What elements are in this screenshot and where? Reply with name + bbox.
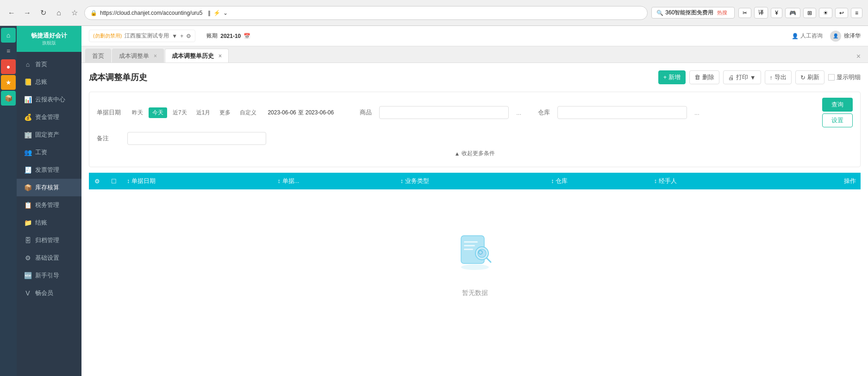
menu-tool[interactable]: ≡: [851, 8, 862, 18]
sidebar-label-invoice: 发票管理: [35, 166, 59, 174]
col-operator-label: ↕ 经手人: [654, 177, 677, 185]
col-operator[interactable]: ↕ 经手人: [649, 173, 776, 189]
sidebar-item-archive[interactable]: 🗄 归档管理: [17, 232, 81, 249]
remark-input[interactable]: [127, 132, 266, 145]
date-tab-1month[interactable]: 近1月: [193, 107, 214, 118]
display-checkbox[interactable]: [828, 74, 835, 81]
address-bar[interactable]: 🔒 https://cloud.chanjet.com/accounting/u…: [84, 6, 648, 20]
svg-rect-4: [464, 249, 473, 250]
search-bar[interactable]: 🔍 360智能抠图免费用 热搜: [651, 7, 735, 19]
tab-cost-adjust[interactable]: 成本调整单 ×: [112, 49, 164, 63]
print-button[interactable]: 🖨 打印 ▼: [723, 70, 761, 84]
iconbar-item-1[interactable]: ≡: [1, 44, 16, 58]
top-bar: (勿删勿禁用) 江西服宝测试专用 ▼ + ⚙ 账期 2021-10 📅 👤 人工…: [81, 26, 868, 46]
user-info[interactable]: 👤 徐泽华: [830, 31, 861, 42]
refresh-button[interactable]: ↻: [37, 7, 49, 19]
sidebar-item-tax[interactable]: 📋 税务管理: [17, 196, 81, 214]
date-separator: 至: [298, 109, 304, 117]
top-bar-right: 👤 人工咨询 👤 徐泽华: [792, 31, 861, 42]
currency-tool[interactable]: ¥: [771, 8, 782, 18]
iconbar-item-0[interactable]: ⌂: [1, 28, 16, 43]
tab-close-all-button[interactable]: ×: [853, 50, 864, 63]
sidebar-item-guide[interactable]: 🆕 新手引导: [17, 267, 81, 284]
refresh-icon: ↻: [800, 74, 806, 81]
translate-tool[interactable]: 译: [754, 7, 768, 19]
query-button[interactable]: 查询: [822, 98, 853, 112]
sidebar-item-cloud-report[interactable]: 📊 云报表中心: [17, 91, 81, 108]
date-tab-yesterday[interactable]: 昨天: [128, 107, 147, 118]
sidebar-label-settings: 基础设置: [35, 254, 59, 262]
goods-more-btn[interactable]: ...: [516, 109, 521, 116]
company-selector[interactable]: (勿删勿禁用) 江西服宝测试专用 ▼ + ⚙: [89, 30, 195, 42]
sidebar-item-close-accounts[interactable]: 📁 结账: [17, 214, 81, 232]
col-date[interactable]: ↕ 单据日期: [122, 173, 273, 189]
content-area: 成本调整单历史 + 新增 🗑 删除 🖨 打印 ▼ ↑ 导出 ↻: [81, 63, 868, 376]
table-settings-col[interactable]: ⚙: [89, 173, 106, 189]
setting-button[interactable]: 设置: [822, 113, 853, 127]
iconbar-item-3[interactable]: ★: [1, 75, 16, 90]
svg-rect-3: [464, 245, 475, 246]
avatar-icon: 👤: [833, 33, 838, 38]
sidebar-item-fixed-asset[interactable]: 🏢 固定资产: [17, 126, 81, 144]
user-name: 徐泽华: [844, 32, 861, 40]
sidebar-item-fund[interactable]: 💰 资金管理: [17, 108, 81, 126]
date-tab-7days[interactable]: 近7天: [169, 107, 191, 118]
brightness-tool[interactable]: ☀: [819, 8, 832, 18]
bolt-icon: ⚡: [213, 10, 220, 16]
date-range: 2023-06-06 至 2023-06-06: [268, 109, 334, 117]
home-button[interactable]: ⌂: [53, 7, 65, 19]
goods-filter-label: 商品: [360, 108, 372, 117]
cut-tool[interactable]: ✂: [738, 8, 751, 18]
goods-input[interactable]: [379, 106, 509, 119]
forward-button[interactable]: →: [21, 7, 33, 19]
sidebar-item-home[interactable]: ⌂ 首页: [17, 56, 81, 73]
add-company-icon[interactable]: +: [180, 33, 183, 39]
col-biz-type[interactable]: ↕ 业务类型: [396, 173, 546, 189]
sidebar-label-home: 首页: [35, 60, 47, 69]
tab-cost-adjust-history-close[interactable]: ×: [219, 53, 222, 59]
col-number[interactable]: ↕ 单据...: [273, 173, 395, 189]
company-dropdown-icon: ▼: [172, 33, 177, 39]
close-accounts-icon: 📁: [24, 219, 31, 226]
company-settings-icon[interactable]: ⚙: [186, 33, 191, 39]
main-area: (勿删勿禁用) 江西服宝测试专用 ▼ + ⚙ 账期 2021-10 📅 👤 人工…: [81, 26, 868, 376]
sidebar-item-inventory[interactable]: 📦 库存核算: [17, 179, 81, 196]
tab-home[interactable]: 首页: [85, 49, 111, 63]
sidebar-item-vip[interactable]: V 畅会员: [17, 284, 81, 302]
remark-filter-label: 备注: [97, 134, 120, 143]
undo-tool[interactable]: ↩: [835, 8, 848, 18]
grid-tool[interactable]: ⊞: [803, 8, 816, 18]
sidebar-item-salary[interactable]: 👥 工资: [17, 144, 81, 161]
date-tab-more[interactable]: 更多: [216, 107, 234, 118]
date-tab-today[interactable]: 今天: [149, 107, 167, 118]
calendar-icon[interactable]: 📅: [244, 33, 250, 39]
sidebar-label-salary: 工资: [35, 148, 47, 157]
tab-cost-adjust-history[interactable]: 成本调整单历史 ×: [165, 49, 229, 63]
period-value: 2021-10: [220, 33, 241, 39]
hot-label: 热搜: [717, 9, 727, 16]
service-button[interactable]: 👤 人工咨询: [792, 32, 823, 40]
collapse-button[interactable]: ▲ 收起更多条件: [455, 150, 495, 157]
fixed-asset-icon: 🏢: [24, 131, 31, 138]
back-button[interactable]: ←: [6, 7, 18, 19]
iconbar-item-2[interactable]: ●: [1, 59, 16, 74]
export-button[interactable]: ↑ 导出: [765, 70, 792, 84]
warehouse-input[interactable]: [557, 106, 687, 119]
new-button[interactable]: + 新增: [658, 70, 686, 84]
sidebar-item-invoice[interactable]: 🧾 发票管理: [17, 161, 81, 179]
bookmark-button[interactable]: ☆: [69, 7, 81, 19]
sidebar-label-vip: 畅会员: [35, 289, 53, 297]
col-warehouse[interactable]: ↕ 仓库: [546, 173, 649, 189]
iconbar-item-active[interactable]: 📦: [1, 91, 16, 106]
sidebar-item-ledger[interactable]: 📒 总账: [17, 73, 81, 91]
date-tab-custom[interactable]: 自定义: [236, 107, 260, 118]
sidebar-item-settings[interactable]: ⚙ 基础设置: [17, 249, 81, 267]
refresh-button[interactable]: ↻ 刷新: [795, 70, 824, 84]
table-checkbox-col[interactable]: ☐: [106, 173, 122, 189]
export-icon: ↑: [770, 74, 773, 81]
tab-cost-adjust-close[interactable]: ×: [154, 53, 157, 59]
game-tool[interactable]: 🎮: [785, 8, 800, 18]
warehouse-more-btn[interactable]: ...: [694, 109, 699, 116]
delete-button[interactable]: 🗑 删除: [689, 70, 719, 84]
table-header: ⚙ ☐ ↕ 单据日期 ↕ 单据...: [89, 173, 861, 189]
